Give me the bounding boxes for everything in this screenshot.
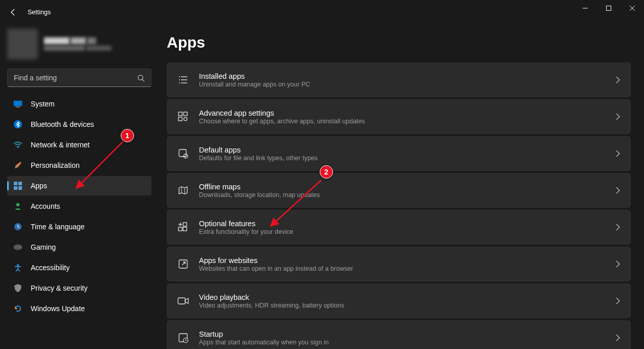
paintbrush-icon <box>13 161 23 170</box>
card-title: Apps for websites <box>199 256 616 265</box>
card-advanced-app-settings[interactable]: Advanced app settingsChoose where to get… <box>167 99 631 134</box>
system-icon <box>13 99 23 108</box>
card-title: Offline maps <box>199 183 616 191</box>
chevron-right-icon <box>616 260 620 268</box>
svg-rect-37 <box>178 298 185 304</box>
clock-icon <box>13 222 23 231</box>
grid-plus-icon <box>177 222 189 233</box>
sidebar-item-bluetooth[interactable]: Bluetooth & devices <box>7 115 151 134</box>
update-icon <box>13 304 23 313</box>
card-apps-for-websites[interactable]: Apps for websitesWebsites that can open … <box>167 247 631 281</box>
card-offline-maps[interactable]: Offline mapsDownloads, storage location,… <box>167 173 631 208</box>
svg-point-16 <box>19 247 20 248</box>
chevron-right-icon <box>616 76 620 83</box>
card-subtitle: Video adjustments, HDR streaming, batter… <box>199 302 616 309</box>
sidebar-item-label: Bluetooth & devices <box>31 120 94 128</box>
launch-icon <box>177 258 189 270</box>
card-default-apps[interactable]: Default appsDefaults for file and link t… <box>167 136 631 171</box>
chevron-right-icon <box>616 187 620 194</box>
person-icon <box>13 202 23 211</box>
minimize-button[interactable] <box>573 0 597 16</box>
sidebar-item-privacy[interactable]: Privacy & security <box>7 278 151 298</box>
accessibility-icon <box>13 263 23 272</box>
search-icon <box>137 74 145 82</box>
card-title: Startup <box>199 330 616 338</box>
default-apps-icon <box>177 148 189 159</box>
maximize-button[interactable] <box>597 0 620 16</box>
apps-icon <box>13 181 23 190</box>
chevron-right-icon <box>616 150 620 157</box>
svg-rect-27 <box>179 117 182 121</box>
map-icon <box>177 185 189 196</box>
sidebar-item-label: Accessibility <box>31 264 70 272</box>
search-field[interactable] <box>14 74 137 82</box>
card-installed-apps[interactable]: Installed appsUninstall and manage apps … <box>167 62 631 97</box>
chevron-right-icon <box>616 334 620 341</box>
svg-point-7 <box>17 147 18 148</box>
back-button[interactable] <box>7 6 19 18</box>
card-subtitle: Extra functionality for your device <box>199 228 616 235</box>
card-subtitle: Downloads, storage location, map updates <box>199 191 616 199</box>
svg-rect-10 <box>14 186 17 190</box>
sidebar-item-apps[interactable]: Apps <box>7 176 151 195</box>
sidebar-item-windows-update[interactable]: Windows Update <box>7 299 151 318</box>
sidebar-item-label: Personalization <box>31 161 80 169</box>
chevron-right-icon <box>616 224 620 231</box>
video-icon <box>177 295 189 307</box>
close-button[interactable] <box>620 0 644 16</box>
chevron-right-icon <box>616 113 620 120</box>
window-title: Settings <box>28 9 51 16</box>
svg-point-18 <box>17 264 19 266</box>
wifi-icon <box>13 140 23 149</box>
sidebar-item-system[interactable]: System <box>7 94 151 114</box>
svg-line-3 <box>142 79 144 81</box>
svg-rect-5 <box>16 106 20 107</box>
card-subtitle: Choose where to get apps, archive apps, … <box>199 118 616 125</box>
card-subtitle: Apps that start automatically when you s… <box>199 339 616 346</box>
card-title: Video playback <box>199 293 616 301</box>
sidebar-item-label: Time & language <box>31 223 84 231</box>
svg-rect-33 <box>183 223 187 226</box>
svg-rect-29 <box>179 149 186 157</box>
sidebar-item-label: Network & internet <box>31 141 90 149</box>
card-subtitle: Uninstall and manage apps on your PC <box>199 81 616 88</box>
card-subtitle: Defaults for file and link types, other … <box>199 155 616 162</box>
svg-rect-8 <box>14 182 17 185</box>
svg-point-14 <box>14 245 23 250</box>
grid-gear-icon <box>177 111 189 122</box>
sidebar-item-label: Apps <box>31 182 47 190</box>
sidebar-item-accessibility[interactable]: Accessibility <box>7 258 151 277</box>
user-profile[interactable] <box>7 29 151 59</box>
card-optional-features[interactable]: Optional featuresExtra functionality for… <box>167 210 631 245</box>
bluetooth-icon <box>13 120 23 129</box>
sidebar-item-accounts[interactable]: Accounts <box>7 197 151 216</box>
card-video-playback[interactable]: Video playbackVideo adjustments, HDR str… <box>167 283 631 318</box>
page-title: Apps <box>167 34 631 51</box>
svg-point-28 <box>184 117 187 120</box>
sidebar-item-gaming[interactable]: Gaming <box>7 237 151 257</box>
svg-rect-25 <box>179 112 182 116</box>
sidebar-item-label: Accounts <box>31 202 60 210</box>
list-icon <box>177 74 189 85</box>
svg-rect-35 <box>183 227 187 231</box>
sidebar-item-personalization[interactable]: Personalization <box>7 156 151 175</box>
svg-point-15 <box>16 247 17 248</box>
startup-icon <box>177 332 189 343</box>
sidebar-item-label: System <box>31 100 55 108</box>
svg-point-30 <box>184 154 188 158</box>
search-input[interactable] <box>7 69 151 87</box>
card-title: Advanced app settings <box>199 109 616 117</box>
card-subtitle: Websites that can open in an app instead… <box>199 265 616 272</box>
svg-point-17 <box>17 246 18 247</box>
sidebar-item-time-language[interactable]: Time & language <box>7 217 151 236</box>
svg-rect-11 <box>18 186 22 190</box>
card-startup[interactable]: StartupApps that start automatically whe… <box>167 320 631 349</box>
sidebar-item-network[interactable]: Network & internet <box>7 135 151 155</box>
sidebar-item-label: Windows Update <box>31 304 85 313</box>
card-title: Default apps <box>199 146 616 154</box>
chevron-right-icon <box>616 297 620 304</box>
sidebar-item-label: Gaming <box>31 243 56 251</box>
svg-rect-4 <box>14 101 23 106</box>
svg-rect-34 <box>179 227 182 231</box>
avatar <box>7 29 38 59</box>
